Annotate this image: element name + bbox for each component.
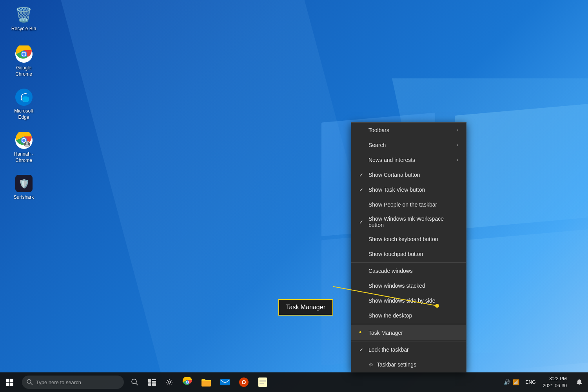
svg-rect-19: [10, 383, 13, 386]
menu-item-show-desktop[interactable]: Show the desktop: [351, 308, 466, 323]
svg-rect-27: [148, 383, 151, 386]
menu-item-task-manager[interactable]: •Task Manager: [351, 325, 466, 340]
hannah-chrome-label: Hannah - Chrome: [9, 151, 39, 163]
taskbar-search-box[interactable]: Type here to search: [22, 376, 124, 389]
menu-item-label-cascade-windows: Cascade windows: [368, 268, 458, 274]
menu-item-taskbar-settings[interactable]: ⚙Taskbar settings: [351, 357, 466, 372]
menu-item-label-show-task-view: Show Task View button: [368, 187, 458, 193]
check-mark-task-manager: •: [359, 328, 366, 337]
svg-point-4: [22, 53, 25, 56]
menu-item-label-show-touch-keyboard: Show touch keyboard button: [368, 236, 458, 242]
task-view-button[interactable]: [143, 372, 161, 392]
svg-point-11: [26, 142, 28, 145]
taskbar: Type here to search: [0, 372, 588, 392]
recycle-bin-label: Recycle Bin: [11, 26, 36, 32]
taskbar-mail[interactable]: [216, 372, 234, 392]
check-mark-show-cortana: ✓: [359, 172, 366, 178]
menu-item-label-search: Search: [368, 142, 454, 148]
recycle-bin-icon: 🗑️: [15, 5, 33, 24]
taskbar-chrome[interactable]: [178, 372, 197, 392]
clock[interactable]: 3:22 PM 2021-06-30: [539, 372, 571, 392]
desktop-icon-microsoft-edge[interactable]: Microsoft Edge: [7, 86, 40, 122]
menu-separator-show-touchpad: [351, 262, 466, 263]
menu-item-label-show-desktop: Show the desktop: [368, 312, 458, 319]
search-placeholder: Type here to search: [36, 379, 81, 385]
menu-separator-show-desktop: [351, 324, 466, 324]
check-mark-show-ink: ✓: [359, 219, 366, 225]
notification-button[interactable]: [571, 372, 588, 392]
submenu-arrow-news-interests: ›: [457, 157, 458, 163]
network-icon: 📶: [513, 379, 519, 385]
svg-point-15: [435, 304, 439, 308]
system-tray[interactable]: 🔊 📶: [501, 372, 523, 392]
submenu-arrow-toolbars: ›: [457, 127, 458, 133]
svg-rect-37: [258, 377, 267, 387]
desktop: 🗑️ Recycle Bin Google Chrome: [0, 0, 588, 392]
menu-item-label-show-touchpad: Show touchpad button: [368, 251, 458, 257]
svg-point-32: [187, 381, 189, 383]
clock-date: 2021-06-30: [543, 382, 567, 389]
svg-rect-41: [579, 384, 580, 385]
hannah-chrome-icon: [15, 131, 33, 150]
menu-item-show-ink[interactable]: ✓Show Windows Ink Workspace button: [351, 212, 466, 232]
menu-item-show-cortana[interactable]: ✓Show Cortana button: [351, 167, 466, 182]
check-mark-show-task-view: ✓: [359, 187, 366, 193]
svg-rect-33: [201, 380, 211, 387]
menu-item-label-show-people: Show People on the taskbar: [368, 201, 458, 208]
taskbar-notes[interactable]: [253, 372, 272, 392]
svg-rect-24: [148, 379, 151, 383]
menu-item-label-show-ink: Show Windows Ink Workspace button: [368, 216, 458, 228]
desktop-icon-google-chrome[interactable]: Google Chrome: [7, 43, 40, 79]
menu-item-label-news-interests: News and interests: [368, 157, 454, 163]
menu-item-label-task-manager: Task Manager: [368, 330, 458, 336]
menu-item-show-touch-keyboard[interactable]: Show touch keyboard button: [351, 232, 466, 247]
svg-line-14: [333, 287, 439, 306]
svg-rect-17: [10, 379, 13, 382]
menu-item-label-lock-taskbar: Lock the taskbar: [368, 347, 458, 353]
svg-rect-18: [6, 383, 9, 386]
menu-item-label-taskbar-settings: Taskbar settings: [377, 361, 458, 368]
taskbar-right: 🔊 📶 ENG 3:22 PM 2021-06-30: [501, 372, 588, 392]
svg-point-20: [27, 379, 31, 383]
menu-item-label-toolbars: Toolbars: [368, 127, 454, 133]
menu-item-toolbars[interactable]: Toolbars›: [351, 123, 466, 138]
submenu-arrow-search: ›: [457, 142, 458, 148]
menu-item-show-people[interactable]: Show People on the taskbar: [351, 197, 466, 212]
menu-item-show-touchpad[interactable]: Show touchpad button: [351, 247, 466, 261]
desktop-icon-recycle-bin[interactable]: 🗑️ Recycle Bin: [7, 4, 40, 34]
surfshark-label: Surfshark: [14, 194, 34, 201]
svg-rect-28: [152, 383, 156, 386]
svg-point-29: [168, 381, 171, 383]
svg-rect-16: [6, 379, 9, 382]
menu-item-search[interactable]: Search›: [351, 138, 466, 152]
menu-item-lock-taskbar[interactable]: ✓Lock the taskbar: [351, 342, 466, 357]
check-mark-lock-taskbar: ✓: [359, 347, 366, 353]
desktop-icon-surfshark[interactable]: 🛡️ Surfshark: [7, 172, 40, 202]
svg-point-9: [22, 139, 25, 142]
search-button[interactable]: [126, 372, 143, 392]
menu-item-news-interests[interactable]: News and interests›: [351, 152, 466, 167]
menu-separator-task-manager: [351, 341, 466, 341]
google-chrome-icon: [15, 45, 33, 64]
volume-icon: 🔊: [504, 379, 510, 385]
gear-icon-taskbar-settings: ⚙: [368, 361, 374, 368]
svg-line-21: [31, 383, 33, 385]
microsoft-edge-label: Microsoft Edge: [9, 108, 39, 120]
language-indicator[interactable]: ENG: [523, 372, 539, 392]
menu-item-cascade-windows[interactable]: Cascade windows: [351, 263, 466, 278]
taskbar-file-explorer[interactable]: [197, 372, 216, 392]
desktop-icon-hannah-chrome[interactable]: Hannah - Chrome: [7, 129, 40, 165]
tooltip-arrow: [333, 285, 439, 308]
svg-text:🛡️: 🛡️: [18, 178, 29, 189]
google-chrome-label: Google Chrome: [9, 65, 39, 77]
surfshark-icon: 🛡️: [15, 174, 33, 193]
svg-rect-25: [152, 379, 156, 380]
svg-rect-34: [220, 379, 230, 385]
menu-item-label-show-cortana: Show Cortana button: [368, 172, 458, 178]
svg-line-23: [136, 383, 138, 385]
taskbar-office[interactable]: O: [234, 372, 253, 392]
menu-item-show-task-view[interactable]: ✓Show Task View button: [351, 182, 466, 197]
settings-button[interactable]: [161, 372, 178, 392]
svg-text:O: O: [242, 379, 246, 385]
start-button[interactable]: [0, 372, 20, 392]
